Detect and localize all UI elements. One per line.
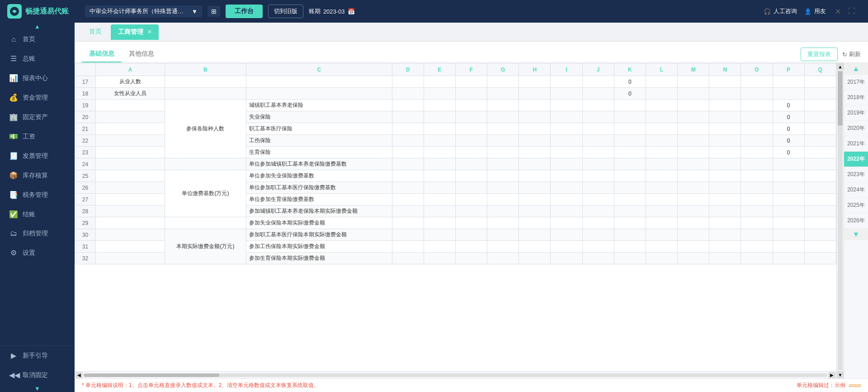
cell-K-22[interactable] xyxy=(614,135,646,147)
cell-O-32[interactable] xyxy=(741,253,773,264)
cell-N-27[interactable] xyxy=(709,194,741,206)
cell-H-18[interactable] xyxy=(519,88,551,100)
cell-N-32[interactable] xyxy=(709,253,741,264)
year-scroll-up[interactable]: ▲ xyxy=(844,63,868,75)
cell-M-29[interactable] xyxy=(678,217,709,229)
cell-M-25[interactable] xyxy=(678,170,709,182)
cell-E-30[interactable] xyxy=(424,229,455,241)
cell-D-17[interactable] xyxy=(392,76,424,88)
cell-G-23[interactable] xyxy=(487,147,519,158)
cell-E-21[interactable] xyxy=(424,123,455,135)
cell-M-30[interactable] xyxy=(678,229,709,241)
sidebar-item-assets[interactable]: 🏢 固定资产 xyxy=(0,107,75,127)
cell-O-30[interactable] xyxy=(741,229,773,241)
cell-K-21[interactable] xyxy=(614,123,646,135)
cell-Q-20[interactable] xyxy=(804,111,836,123)
cell-P-30[interactable] xyxy=(773,229,804,241)
sub-tab-other[interactable]: 其他信息 xyxy=(122,46,161,62)
cell-G-18[interactable] xyxy=(487,88,519,100)
cell-E-27[interactable] xyxy=(424,194,455,206)
cell-A-28[interactable] xyxy=(95,206,165,217)
cell-G-22[interactable] xyxy=(487,135,519,147)
cell-N-28[interactable] xyxy=(709,206,741,217)
cell-K-28[interactable] xyxy=(614,206,646,217)
cell-J-19[interactable] xyxy=(582,100,614,111)
cell-Q-28[interactable] xyxy=(804,206,836,217)
cell-Q-24[interactable] xyxy=(804,158,836,170)
tab-home[interactable]: 首页 xyxy=(82,24,109,40)
cell-O-17[interactable] xyxy=(741,76,773,88)
cell-F-24[interactable] xyxy=(455,158,487,170)
year-item[interactable]: 2022年 xyxy=(844,152,868,167)
cell-J-25[interactable] xyxy=(582,170,614,182)
cell-Q-30[interactable] xyxy=(804,229,836,241)
cell-F-31[interactable] xyxy=(455,241,487,253)
cell-G-20[interactable] xyxy=(487,111,519,123)
cell-D-29[interactable] xyxy=(392,217,424,229)
cell-O-23[interactable] xyxy=(741,147,773,158)
cell-P-20[interactable]: 0 xyxy=(773,111,804,123)
cell-C-23[interactable]: 生育保险 xyxy=(246,147,392,158)
sidebar-item-settings[interactable]: ⚙ 设置 xyxy=(0,243,75,263)
cell-N-26[interactable] xyxy=(709,182,741,194)
cell-H-23[interactable] xyxy=(519,147,551,158)
cell-A-32[interactable] xyxy=(95,253,165,264)
sidebar-item-funds[interactable]: 💰 资金管理 xyxy=(0,88,75,107)
cell-M-28[interactable] xyxy=(678,206,709,217)
cell-L-26[interactable] xyxy=(646,182,677,194)
cell-J-32[interactable] xyxy=(582,253,614,264)
cell-P-31[interactable] xyxy=(773,241,804,253)
cell-J-20[interactable] xyxy=(582,111,614,123)
cell-O-22[interactable] xyxy=(741,135,773,147)
workbench-button[interactable]: 工作台 xyxy=(226,5,263,18)
cell-F-28[interactable] xyxy=(455,206,487,217)
cell-J-27[interactable] xyxy=(582,194,614,206)
cell-P-18[interactable] xyxy=(773,88,804,100)
cell-I-30[interactable] xyxy=(551,229,582,241)
cell-O-25[interactable] xyxy=(741,170,773,182)
cell-N-29[interactable] xyxy=(709,217,741,229)
cell-G-24[interactable] xyxy=(487,158,519,170)
cell-C-17[interactable] xyxy=(246,76,392,88)
cell-J-31[interactable] xyxy=(582,241,614,253)
cell-P-22[interactable]: 0 xyxy=(773,135,804,147)
cell-P-17[interactable] xyxy=(773,76,804,88)
cell-F-23[interactable] xyxy=(455,147,487,158)
cell-I-24[interactable] xyxy=(551,158,582,170)
cell-N-17[interactable] xyxy=(709,76,741,88)
cell-A-18[interactable]: 女性从业人员 xyxy=(95,88,165,100)
hscroll-track[interactable] xyxy=(84,373,827,377)
cell-N-31[interactable] xyxy=(709,241,741,253)
cell-Q-18[interactable] xyxy=(804,88,836,100)
year-item[interactable]: 2017年 xyxy=(844,75,868,90)
expand-window-button[interactable]: ⛶ xyxy=(846,6,857,16)
vertical-scrollbar[interactable]: ▲ ▼ xyxy=(836,63,844,378)
cell-F-17[interactable] xyxy=(455,76,487,88)
cell-E-28[interactable] xyxy=(424,206,455,217)
cell-L-28[interactable] xyxy=(646,206,677,217)
cell-N-24[interactable] xyxy=(709,158,741,170)
cell-K-23[interactable] xyxy=(614,147,646,158)
cell-D-20[interactable] xyxy=(392,111,424,123)
sidebar-item-ledger[interactable]: ☰ 总账 xyxy=(0,49,75,68)
cell-J-22[interactable] xyxy=(582,135,614,147)
cell-Q-23[interactable] xyxy=(804,147,836,158)
cell-P-32[interactable] xyxy=(773,253,804,264)
cell-B-24[interactable] xyxy=(165,158,246,170)
cell-E-22[interactable] xyxy=(424,135,455,147)
cell-D-22[interactable] xyxy=(392,135,424,147)
cell-I-28[interactable] xyxy=(551,206,582,217)
sidebar-item-salary[interactable]: 💵 工资 xyxy=(0,127,75,146)
cell-A-30[interactable] xyxy=(95,229,165,241)
cell-J-30[interactable] xyxy=(582,229,614,241)
cell-P-28[interactable] xyxy=(773,206,804,217)
old-version-button[interactable]: 切到旧版 xyxy=(268,5,303,18)
cell-P-24[interactable] xyxy=(773,158,804,170)
calendar-icon[interactable]: 📅 xyxy=(348,8,355,15)
company-selector[interactable]: 中审众环会计师事务所（特殊普通合伙... ▼ xyxy=(85,5,202,17)
cell-L-24[interactable] xyxy=(646,158,677,170)
cell-A-23[interactable] xyxy=(95,147,165,158)
cell-C-31[interactable]: 参加工伤保险本期实际缴费金额 xyxy=(246,241,392,253)
sidebar-item-reports[interactable]: 📊 报表中心 xyxy=(0,68,75,88)
cell-M-21[interactable] xyxy=(678,123,709,135)
